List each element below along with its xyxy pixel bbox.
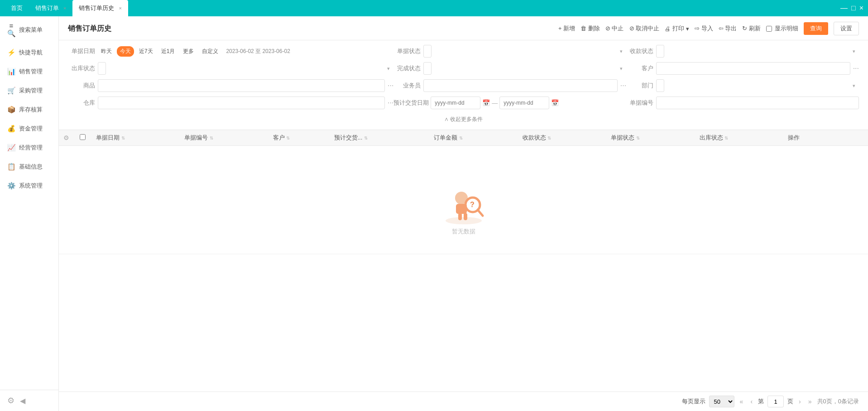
operations-icon: 📈 xyxy=(7,144,15,152)
product-input[interactable] xyxy=(98,79,385,92)
total-info: 共0页，0条记录 xyxy=(817,397,859,406)
page-title-bar: 销售订单历史 + 新增 🗑 删除 ⊘ 中止 ⊘ 取消中止 🖨 打印 ▾ ⇨ 导入… xyxy=(68,22,859,35)
customer-input[interactable] xyxy=(656,62,850,75)
sidebar-item-operations[interactable]: 📈 经营管理 xyxy=(0,138,58,157)
date-btn-more[interactable]: 更多 xyxy=(180,46,197,57)
date-btn-yesterday[interactable]: 昨天 xyxy=(98,46,115,57)
date-btn-today[interactable]: 今天 xyxy=(117,46,134,57)
warehouse-dots[interactable]: ··· xyxy=(388,99,393,106)
last-page-button[interactable]: » xyxy=(806,397,814,406)
basic-info-icon: 📋 xyxy=(7,163,15,171)
prev-page-button[interactable]: ‹ xyxy=(748,397,754,406)
refresh-button[interactable]: ↻ 刷新 xyxy=(742,24,761,33)
maximize-button[interactable]: □ xyxy=(851,4,856,12)
expected-date-end[interactable] xyxy=(499,97,549,109)
tab-sales-order[interactable]: 销售订单 × xyxy=(29,0,72,16)
calendar-start-icon[interactable]: 📅 xyxy=(482,99,490,106)
new-button[interactable]: + 新增 xyxy=(558,24,575,33)
sort-customer-icon[interactable]: ⇅ xyxy=(286,135,290,140)
quick-nav-icon: ⚡ xyxy=(7,48,15,57)
expected-date-label: 预计交货日期 xyxy=(393,99,429,107)
print-button[interactable]: 🖨 打印 ▾ xyxy=(665,24,689,33)
outbound-status-select[interactable] xyxy=(98,62,106,75)
sort-expected-date-icon[interactable]: ⇅ xyxy=(364,135,368,140)
table-settings-icon[interactable]: ⚙ xyxy=(63,134,69,141)
th-no: 单据编号 ⇅ xyxy=(180,130,268,146)
warehouse-label: 仓库 xyxy=(68,99,95,107)
cancel-stop-button[interactable]: ⊘ 取消中止 xyxy=(629,24,660,33)
product-dots[interactable]: ··· xyxy=(388,82,393,89)
filter-bill-status: 单据状态 xyxy=(393,45,626,58)
calendar-end-icon[interactable]: 📅 xyxy=(551,99,559,106)
main-layout: ≡🔍 搜索菜单 ⚡ 快捷导航 📊 销售管理 🛒 采购管理 📦 库存核算 💰 资金… xyxy=(0,16,868,411)
import-button[interactable]: ⇨ 导入 xyxy=(695,24,713,33)
collapse-more-conditions[interactable]: ∧ 收起更多条件 xyxy=(68,114,859,125)
sidebar-item-search-menu[interactable]: ≡🔍 搜索菜单 xyxy=(0,16,58,43)
warehouse-input[interactable] xyxy=(98,97,385,109)
table-body: ? 暂无数据 xyxy=(59,146,868,254)
minimize-button[interactable]: — xyxy=(840,4,848,12)
sidebar-item-basic-info[interactable]: 📋 基础信息 xyxy=(0,157,58,176)
delete-button[interactable]: 🗑 删除 xyxy=(580,24,600,33)
display-cols-checkbox[interactable]: 显示明细 xyxy=(766,24,798,33)
salesperson-input[interactable] xyxy=(423,79,617,92)
page-number-input[interactable] xyxy=(767,396,784,407)
print-dropdown-icon[interactable]: ▾ xyxy=(686,25,689,32)
bill-status-select-wrap xyxy=(423,45,626,58)
sidebar-item-quick-nav[interactable]: ⚡ 快捷导航 xyxy=(0,43,58,62)
dept-select[interactable] xyxy=(656,79,664,92)
sidebar-item-finance[interactable]: 💰 资金管理 xyxy=(0,119,58,138)
sidebar-item-sales-mgmt[interactable]: 📊 销售管理 xyxy=(0,62,58,81)
sidebar-item-label: 采购管理 xyxy=(19,87,43,95)
first-page-button[interactable]: « xyxy=(738,397,745,406)
window-close-button[interactable]: × xyxy=(859,4,863,12)
close-tab-sales-order[interactable]: × xyxy=(63,5,66,11)
date-range-display: 2023-06-02 至 2023-06-02 xyxy=(226,48,290,55)
bill-status-select[interactable] xyxy=(423,45,432,58)
print-icon: 🖨 xyxy=(665,25,671,32)
sidebar-item-label: 库存核算 xyxy=(19,106,43,114)
customer-label: 客户 xyxy=(626,64,653,73)
salesperson-dots[interactable]: ··· xyxy=(620,82,626,89)
filter-dept: 部门 xyxy=(626,79,859,92)
finance-icon: 💰 xyxy=(7,125,15,133)
date-btn-custom[interactable]: 自定义 xyxy=(199,46,221,57)
sidebar-item-inventory[interactable]: 📦 库存核算 xyxy=(0,100,58,119)
sort-date-icon[interactable]: ⇅ xyxy=(121,135,125,140)
sidebar-settings-icon[interactable]: ⚙ xyxy=(7,396,14,406)
sort-outbound-status-icon[interactable]: ⇅ xyxy=(724,135,728,140)
toolbar: + 新增 🗑 删除 ⊘ 中止 ⊘ 取消中止 🖨 打印 ▾ ⇨ 导入 ⇦ 导出 ↻… xyxy=(558,22,859,35)
page-size-select[interactable]: 20 50 100 xyxy=(709,396,734,407)
date-btn-1month[interactable]: 近1月 xyxy=(158,46,178,57)
tab-home[interactable]: 首页 xyxy=(5,0,29,16)
purchase-mgmt-icon: 🛒 xyxy=(7,87,15,95)
sort-no-icon[interactable]: ⇅ xyxy=(210,135,213,140)
settings-button[interactable]: 设置 xyxy=(834,22,859,35)
sidebar-item-label: 经营管理 xyxy=(19,144,43,152)
th-checkbox xyxy=(75,130,91,146)
next-page-button[interactable]: › xyxy=(797,397,803,406)
stop-button[interactable]: ⊘ 中止 xyxy=(605,24,624,33)
expected-date-start[interactable] xyxy=(431,97,480,109)
close-tab-sales-order-history[interactable]: × xyxy=(119,5,121,11)
bill-no-input[interactable] xyxy=(656,97,859,109)
svg-line-4 xyxy=(478,210,483,216)
sidebar-item-system-mgmt[interactable]: ⚙️ 系统管理 xyxy=(0,176,58,195)
sort-bill-status-icon[interactable]: ⇅ xyxy=(636,135,640,140)
sidebar: ≡🔍 搜索菜单 ⚡ 快捷导航 📊 销售管理 🛒 采购管理 📦 库存核算 💰 资金… xyxy=(0,16,59,411)
date-btn-7days[interactable]: 近7天 xyxy=(136,46,156,57)
export-button[interactable]: ⇦ 导出 xyxy=(719,24,737,33)
sidebar-collapse-icon[interactable]: ◀ xyxy=(20,396,25,405)
customer-dots[interactable]: ··· xyxy=(853,65,859,72)
select-all-checkbox[interactable] xyxy=(80,134,86,140)
filter-outbound-status: 出库状态 xyxy=(68,62,393,75)
sort-amount-icon[interactable]: ⇅ xyxy=(459,135,463,140)
payment-status-select[interactable] xyxy=(656,45,664,58)
tab-sales-order-history[interactable]: 销售订单历史 × xyxy=(72,0,128,16)
sidebar-item-purchase-mgmt[interactable]: 🛒 采购管理 xyxy=(0,81,58,100)
query-button[interactable]: 查询 xyxy=(804,22,828,35)
display-cols-input[interactable] xyxy=(766,26,772,32)
sort-payment-status-icon[interactable]: ⇅ xyxy=(547,135,551,140)
complete-status-select[interactable] xyxy=(423,62,432,75)
pagination-bar: 每页显示 20 50 100 « ‹ 第 页 › » 共0页，0条记录 xyxy=(59,392,868,411)
